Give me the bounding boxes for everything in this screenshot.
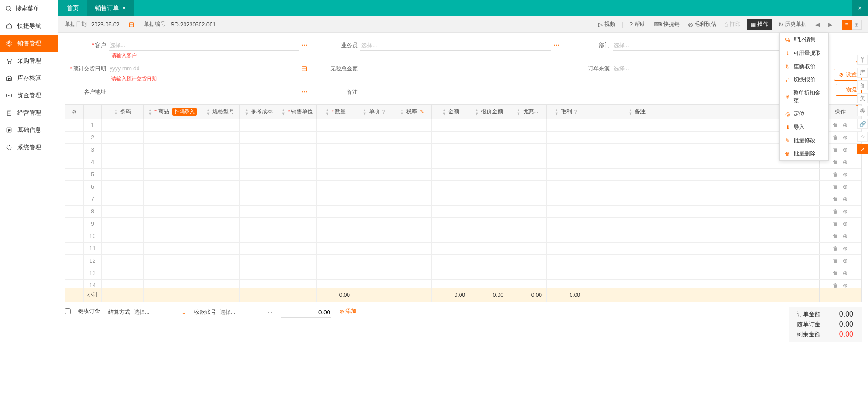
chevron-down-icon[interactable]: ⌄ (181, 309, 186, 316)
calendar-icon[interactable] (128, 21, 135, 28)
next-doc-button[interactable]: ▶ (826, 21, 834, 28)
help-icon[interactable]: ? (574, 109, 577, 115)
total-notax-input[interactable] (360, 64, 559, 74)
delete-row-icon[interactable]: 🗑 (833, 184, 838, 190)
col-tax[interactable]: ▲▼税率✎ (393, 105, 432, 119)
doc-date-value[interactable]: 2023-06-02 (91, 21, 119, 28)
print-button[interactable]: ⎙打印 (723, 21, 742, 28)
tabbar-close-button[interactable]: × (852, 0, 868, 16)
gross-preview-button[interactable]: ◎毛利预估 (686, 21, 718, 28)
op-menu-item-whole-discount[interactable]: ￥整单折扣金额 (780, 86, 828, 107)
col-qty[interactable]: ▲▼*数量 (317, 105, 355, 119)
col-discount[interactable]: ▲▼优惠... (508, 105, 547, 119)
col-remark[interactable]: ▲▼备注 (585, 105, 689, 119)
rail-item[interactable]: 欠 (857, 93, 868, 103)
delete-row-icon[interactable]: 🗑 (833, 221, 838, 227)
help-icon[interactable]: ? (382, 109, 386, 115)
delete-row-icon[interactable]: 🗑 (833, 159, 838, 165)
delete-row-icon[interactable]: 🗑 (833, 134, 838, 141)
operation-button[interactable]: ▦操作 (747, 19, 772, 30)
add-row-icon[interactable]: ⊕ (843, 258, 847, 264)
sidebar-search[interactable]: 搜索菜单 (0, 0, 58, 17)
history-button[interactable]: ↻历史单据 (777, 21, 809, 28)
video-button[interactable]: ▷视频 (597, 21, 617, 28)
rail-item[interactable]: 库 (857, 68, 868, 78)
col-saleunit[interactable]: ▲▼*销售单位 (278, 105, 317, 119)
table-row[interactable]: 3🗑⊕ (65, 144, 861, 156)
add-row-icon[interactable]: ⊕ (843, 184, 847, 190)
table-row[interactable]: 6🗑⊕ (65, 181, 861, 193)
settle-method-input[interactable] (133, 307, 179, 317)
add-button[interactable]: ⊕添加 (339, 307, 356, 315)
col-spec[interactable]: ▲▼规格型号 (201, 105, 240, 119)
table-row[interactable]: 13🗑⊕ (65, 267, 861, 280)
sidebar-item-finance[interactable]: 资金管理 (0, 87, 58, 104)
table-row[interactable]: 12🗑⊕ (65, 255, 861, 267)
delete-row-icon[interactable]: 🗑 (833, 282, 838, 288)
table-row[interactable]: 11🗑⊕ (65, 243, 861, 255)
op-menu-item-locate[interactable]: ◎定位 (780, 107, 828, 121)
table-row[interactable]: 4🗑⊕ (65, 156, 861, 169)
customer-picker-icon[interactable]: ⋯ (302, 42, 307, 48)
sidebar-item-system[interactable]: 系统管理 (0, 139, 58, 156)
table-row[interactable]: 7🗑⊕ (65, 193, 861, 206)
delete-row-icon[interactable]: 🗑 (833, 171, 838, 178)
salesman-picker-icon[interactable]: ⋯ (554, 42, 560, 48)
shortcut-button[interactable]: ⌨快捷键 (652, 21, 682, 28)
col-price[interactable]: ▲▼单价? (355, 105, 393, 119)
sidebar-item-sales[interactable]: 销售管理 (0, 35, 58, 52)
rail-item[interactable]: 价 (857, 80, 868, 90)
addr-input[interactable] (109, 87, 299, 97)
sidebar-item-inventory[interactable]: 库存核算 (0, 69, 58, 87)
delete-row-icon[interactable]: 🗑 (833, 122, 838, 128)
table-row[interactable]: 1🗑⊕ (65, 119, 861, 132)
calendar-icon[interactable] (301, 65, 307, 72)
edit-icon[interactable]: ✎ (420, 109, 424, 115)
rail-item[interactable]: ↗ (857, 144, 868, 154)
remark-input[interactable] (360, 87, 559, 97)
add-row-icon[interactable]: ⊕ (843, 147, 847, 153)
col-refcost[interactable]: ▲▼参考成本 (240, 105, 278, 119)
op-menu-item-available-qty[interactable]: ⤓可用量提取 (780, 47, 828, 60)
receive-amount-input[interactable] (281, 307, 331, 318)
onekey-deposit-checkbox[interactable]: 一键收订金 (65, 307, 100, 315)
view-list-button[interactable]: ≡ (842, 20, 852, 30)
rail-item[interactable]: ☆ (857, 132, 868, 142)
add-row-icon[interactable]: ⊕ (843, 159, 847, 165)
delete-row-icon[interactable]: 🗑 (833, 258, 838, 264)
account-picker-icon[interactable]: ⋯ (267, 309, 273, 316)
account-input[interactable] (219, 307, 265, 317)
delete-row-icon[interactable]: 🗑 (833, 196, 838, 202)
col-gross[interactable]: ▲▼毛利? (547, 105, 585, 119)
scan-badge[interactable]: 扫码录入 (172, 108, 197, 116)
col-barcode[interactable]: ▲▼条码 (102, 105, 144, 119)
delete-row-icon[interactable]: 🗑 (833, 208, 838, 215)
add-row-icon[interactable]: ⊕ (843, 221, 847, 227)
add-row-icon[interactable]: ⊕ (843, 245, 847, 252)
tab-home[interactable]: 首页 (58, 0, 87, 16)
add-row-icon[interactable]: ⊕ (843, 196, 847, 202)
sidebar-item-quicknav[interactable]: 快捷导航 (0, 17, 58, 35)
op-menu-item-switch-quote[interactable]: ⇄切换报价 (780, 73, 828, 86)
add-row-icon[interactable]: ⊕ (843, 282, 847, 288)
tab-sales-order[interactable]: 销售订单 × (87, 0, 134, 16)
salesman-input[interactable] (360, 40, 550, 51)
table-row[interactable]: 8🗑⊕ (65, 206, 861, 218)
close-icon[interactable]: × (122, 5, 126, 11)
customer-input[interactable] (109, 40, 299, 51)
add-row-icon[interactable]: ⊕ (843, 208, 847, 215)
add-row-icon[interactable]: ⊕ (843, 233, 847, 239)
op-menu-item-batch-delete[interactable]: 🗑批量删除 (780, 147, 828, 160)
prev-doc-button[interactable]: ◀ (813, 21, 821, 28)
sidebar-item-purchase[interactable]: 采购管理 (0, 52, 58, 69)
table-row[interactable]: 10🗑⊕ (65, 230, 861, 243)
delete-row-icon[interactable]: 🗑 (833, 245, 838, 252)
addr-picker-icon[interactable]: ⋯ (302, 89, 307, 95)
rail-item[interactable]: 券 (857, 106, 868, 116)
col-amount[interactable]: ▲▼金额 (432, 105, 470, 119)
table-row[interactable]: 9🗑⊕ (65, 218, 861, 230)
add-row-icon[interactable]: ⊕ (843, 171, 847, 178)
table-row[interactable]: 14🗑⊕ (65, 280, 861, 288)
expect-date-input[interactable] (109, 64, 298, 74)
op-menu-item-ratio-sale[interactable]: %配比销售 (780, 33, 828, 47)
